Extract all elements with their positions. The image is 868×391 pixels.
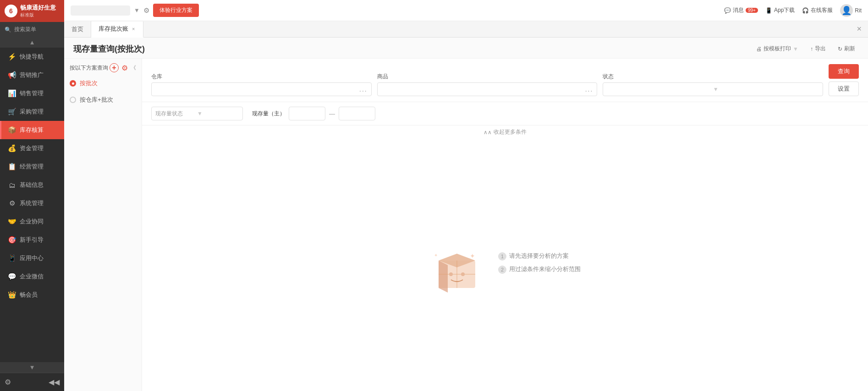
warehouse-dots-btn[interactable]: ...: [359, 86, 368, 93]
filter-panel-header: 按以下方案查询 + ⚙ 《: [64, 59, 142, 75]
tab-area-close-btn[interactable]: ×: [857, 24, 862, 34]
messages-btn[interactable]: 💬 消息 99+: [724, 6, 758, 14]
search-menu[interactable]: 🔍 搜索菜单: [0, 22, 64, 37]
member-icon: 👑: [8, 291, 16, 299]
print-icon: 🖨: [756, 46, 762, 52]
enterprise-icon: 🤝: [8, 217, 16, 226]
sidebar-item-finance[interactable]: 💰 资金管理: [0, 139, 64, 157]
sidebar-footer: ⚙ ◀◀: [0, 373, 64, 391]
finance-icon: 💰: [8, 144, 16, 152]
sidebar-item-member[interactable]: 👑 畅会员: [0, 286, 64, 304]
empty-state: ✦ ✦ 1 请先选择要分析的方案 2 用过滤条件来缩小分析范围: [142, 139, 868, 391]
avatar: 👤: [840, 4, 853, 17]
filter-option-by-batch[interactable]: 按批次: [64, 75, 142, 92]
inventory-status-dropdown-icon: ▼: [197, 110, 239, 117]
collapse-filter-btn[interactable]: 《: [131, 64, 136, 72]
online-service-btn[interactable]: 🎧 在线客服: [802, 6, 833, 14]
filter-actions: 查询 设置: [829, 64, 859, 96]
enterprise-wechat-icon: 💬: [8, 272, 16, 281]
sales-icon: 📊: [8, 89, 16, 98]
inventory-status-select[interactable]: 现存量状态 ▼: [151, 107, 243, 120]
svg-text:✦: ✦: [470, 252, 475, 260]
content-area: 现存量查询(按批次) 🖨 按模板打印 ▼ ↑ 导出 ↻ 刷新: [64, 38, 868, 391]
product-dots-btn[interactable]: ...: [585, 86, 593, 93]
sidebar-item-basic[interactable]: 🗂 基础信息: [0, 176, 64, 194]
scroll-up-btn[interactable]: ▲: [0, 37, 64, 48]
page-actions: 🖨 按模板打印 ▼ ↑ 导出 ↻ 刷新: [753, 43, 859, 54]
basic-icon: 🗂: [8, 181, 16, 189]
collapse-sidebar-icon[interactable]: ◀◀: [49, 378, 60, 386]
sidebar-item-marketing[interactable]: 📢 营销推广: [0, 66, 64, 84]
app-logo: 6: [5, 5, 17, 17]
add-scheme-btn[interactable]: +: [110, 63, 119, 72]
sidebar-item-enterprise-wechat[interactable]: 💬 企业微信: [0, 267, 64, 286]
sidebar-item-newbie[interactable]: 🎯 新手引导: [0, 231, 64, 249]
collapse-up-icon: ∧∧: [483, 129, 492, 136]
headset-icon: 🎧: [802, 7, 809, 14]
filter-settings-btn[interactable]: 设置: [829, 81, 859, 96]
tabbar: 首页 库存批次账 × ×: [64, 21, 868, 38]
filter-panel: 按以下方案查询 + ⚙ 《 按批次 按仓库+批次: [64, 59, 142, 391]
inventory-qty-from[interactable]: [289, 107, 325, 120]
scheme-settings-btn[interactable]: ⚙: [121, 64, 128, 72]
app-download-btn[interactable]: 📱 App下载: [765, 6, 795, 14]
product-input[interactable]: [381, 86, 585, 92]
experience-btn[interactable]: 体验行业方案: [153, 4, 199, 17]
sidebar: 6 畅康通好生意 标准版 🔍 搜索菜单 ▲ ⚡ 快捷导航 📢 营销推广 📊 销售…: [0, 0, 64, 391]
sidebar-item-purchase[interactable]: 🛒 采购管理: [0, 103, 64, 121]
status-dropdown-icon: ▼: [713, 86, 819, 92]
warehouse-input[interactable]: [155, 86, 359, 92]
svg-text:✦: ✦: [434, 253, 438, 258]
sidebar-item-app-center[interactable]: 📱 应用中心: [0, 249, 64, 267]
system-icon: ⚙: [8, 199, 16, 207]
inventory-qty-from-input[interactable]: [293, 110, 320, 117]
status-select[interactable]: ▼: [603, 82, 823, 96]
export-icon: ↑: [810, 46, 813, 52]
refresh-icon: ↻: [838, 46, 842, 52]
page-header: 现存量查询(按批次) 🖨 按模板打印 ▼ ↑ 导出 ↻ 刷新: [64, 38, 868, 59]
topbar-left: ▼ ⚙ 体验行业方案: [71, 4, 720, 17]
search-icon: 🔍: [5, 27, 11, 33]
scroll-down-btn[interactable]: ▼: [0, 362, 64, 373]
page-title: 现存量查询(按批次): [73, 43, 145, 54]
collapse-row[interactable]: ∧∧ 收起更多条件: [142, 125, 868, 139]
svg-marker-2: [439, 261, 448, 293]
sidebar-item-inventory[interactable]: 📦 库存核算: [0, 121, 64, 139]
sidebar-item-quick-nav[interactable]: ⚡ 快捷导航: [0, 48, 64, 66]
radio-by-batch: [70, 80, 76, 87]
sidebar-item-system[interactable]: ⚙ 系统管理: [0, 194, 64, 212]
filter-option-by-warehouse-batch[interactable]: 按仓库+批次: [64, 92, 142, 108]
inventory-qty-to-input[interactable]: [343, 110, 370, 117]
sidebar-item-operations[interactable]: 📋 经营管理: [0, 157, 64, 176]
topbar-gear-btn[interactable]: ⚙: [143, 6, 149, 15]
sidebar-nav: ⚡ 快捷导航 📢 营销推广 📊 销售管理 🛒 采购管理 📦 库存核算 💰 资金管…: [0, 48, 64, 362]
tab-close-btn[interactable]: ×: [131, 25, 136, 33]
export-btn[interactable]: ↑ 导出: [807, 43, 830, 54]
topbar-dropdown-btn[interactable]: ▼: [134, 7, 140, 14]
settings-footer-icon[interactable]: ⚙: [5, 378, 11, 386]
empty-illustration: ✦ ✦: [429, 238, 484, 293]
inventory-qty-to[interactable]: [339, 107, 375, 120]
content-body: 按以下方案查询 + ⚙ 《 按批次 按仓库+批次: [64, 59, 868, 391]
tab-inventory-batch[interactable]: 库存批次账 ×: [91, 22, 143, 38]
warehouse-input-wrap[interactable]: ...: [151, 82, 372, 96]
empty-text: 1 请先选择要分析的方案 2 用过滤条件来缩小分析范围: [498, 252, 581, 278]
print-template-btn[interactable]: 🖨 按模板打印 ▼: [753, 43, 802, 54]
purchase-icon: 🛒: [8, 108, 16, 116]
inventory-qty-label: 现存量（主）: [252, 110, 285, 118]
step1-num: 1: [498, 252, 506, 261]
product-input-wrap[interactable]: ...: [377, 82, 598, 96]
warehouse-label: 仓库: [151, 73, 372, 81]
inventory-icon: 📦: [8, 126, 16, 134]
radio-by-warehouse-batch: [70, 97, 76, 103]
sidebar-item-sales[interactable]: 📊 销售管理: [0, 84, 64, 103]
user-avatar-btn[interactable]: 👤 Rit: [840, 4, 862, 17]
tab-home[interactable]: 首页: [64, 21, 91, 37]
refresh-btn[interactable]: ↻ 刷新: [834, 43, 859, 54]
app-name: 畅康通好生意 标准版: [20, 4, 56, 18]
operations-icon: 📋: [8, 163, 16, 171]
topbar-search-input[interactable]: [71, 5, 130, 16]
sidebar-item-enterprise[interactable]: 🤝 企业协同: [0, 212, 64, 231]
query-btn[interactable]: 查询: [829, 64, 859, 79]
inventory-qty-wrap: 现存量（主） —: [252, 107, 375, 120]
